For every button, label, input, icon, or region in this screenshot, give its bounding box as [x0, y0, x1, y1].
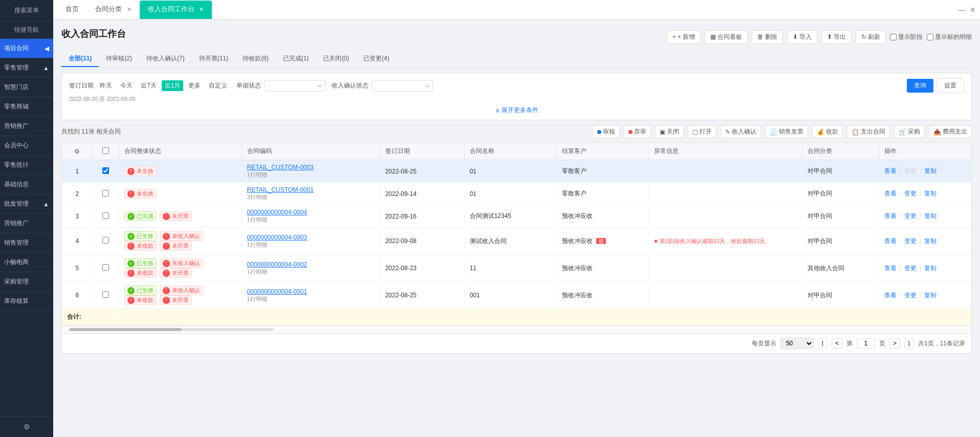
row-check[interactable] — [93, 282, 119, 309]
date-yesterday[interactable]: 昨天 — [97, 80, 115, 91]
audit-button[interactable]: 审核 — [593, 125, 620, 138]
th-check[interactable] — [93, 143, 119, 160]
expense-out-button[interactable]: 📋 支出合同 — [847, 125, 890, 138]
select-all-checkbox[interactable] — [102, 147, 109, 154]
filter-tab-changed[interactable]: 已变更(4) — [356, 51, 397, 67]
sidebar-item-marketing[interactable]: 营销推广 — [0, 117, 53, 136]
filter-tab-closed[interactable]: 已关闭(0) — [316, 51, 356, 67]
contract-link[interactable]: RETAIL_CUSTOM-0003 — [247, 164, 314, 171]
fee-out-button[interactable]: 📤 费用支出 — [929, 125, 972, 138]
row-check[interactable] — [93, 183, 119, 205]
filter-tab-all[interactable]: 全部(11) — [61, 51, 99, 67]
contract-link[interactable]: 0000000000004-0001 — [247, 288, 307, 295]
row-check[interactable] — [93, 228, 119, 255]
first-page-button[interactable]: ⟨ — [818, 338, 827, 348]
sidebar-item-inventory[interactable]: 库存核算 — [0, 292, 53, 311]
sidebar-item-marketing2[interactable]: 营销推广 — [0, 214, 53, 233]
doc-status-select[interactable] — [264, 80, 325, 92]
copy-link[interactable]: 复制 — [924, 189, 937, 198]
contract-link[interactable]: RETAIL_CUSTOM-0001 — [247, 186, 314, 193]
copy-link[interactable]: 复制 — [924, 167, 937, 176]
import-button[interactable]: ⬇ 导入 — [787, 30, 817, 44]
view-link[interactable]: 查看 — [884, 189, 897, 198]
contract-link[interactable]: 0000000000004-0002 — [247, 261, 307, 268]
tab-income-contract[interactable]: 收入合同工作台 ✕ — [140, 1, 212, 19]
sidebar-item-basic-info[interactable]: 基础信息 — [0, 175, 53, 194]
view-link[interactable]: 查看 — [884, 264, 897, 273]
sidebar-item-xiaochangecom[interactable]: 小畅电商 — [0, 253, 53, 272]
page-size-select[interactable]: 50 100 — [780, 338, 814, 349]
settings-icon[interactable]: ⚙ — [74, 148, 80, 155]
change-link[interactable]: 变更 — [904, 237, 917, 246]
change-link[interactable]: 变更 — [904, 212, 917, 221]
date-more[interactable]: 更多 — [185, 80, 204, 91]
sidebar-item-retail-mgmt[interactable]: 零售管理 ▲ — [0, 58, 53, 78]
window-close-button[interactable]: ✕ — [970, 6, 976, 14]
add-button[interactable]: + + 新增 — [667, 30, 701, 44]
sidebar-item-project[interactable]: 项目合同 ◀ — [0, 39, 53, 58]
view-link[interactable]: 查看 — [884, 167, 897, 176]
tab-contract-category[interactable]: 合同分类 ✕ — [87, 1, 140, 19]
sidebar-item-retail-ecom[interactable]: 零售商城 — [0, 97, 53, 117]
filter-tab-pending-invoice[interactable]: 待开票(11) — [192, 51, 235, 67]
scroll-indicator[interactable] — [69, 328, 182, 331]
row-check[interactable] — [93, 160, 119, 183]
tab-home[interactable]: 首页 — [57, 1, 87, 19]
query-button[interactable]: 查询 — [907, 79, 933, 93]
contract-link[interactable]: 0000000000004-0004 — [247, 209, 307, 216]
abandon-audit-button[interactable]: 弃审 — [624, 125, 651, 138]
filter-tab-pending-review[interactable]: 待审核(2) — [99, 51, 139, 67]
copy-link[interactable]: 复制 — [924, 291, 937, 300]
sidebar-item-smart-store[interactable]: 智慧门店 — [0, 78, 53, 97]
sidebar-item-retail-stats[interactable]: 零售统计 — [0, 156, 53, 175]
sidebar-search[interactable]: 搜索菜单 — [0, 0, 53, 21]
filter-tab-completed[interactable]: 已完成(1) — [276, 51, 316, 67]
expand-more-btn[interactable]: ∨ 展开更多条件 — [495, 106, 538, 115]
tab-contract-category-close[interactable]: ✕ — [127, 6, 132, 12]
prev-page-button[interactable]: < — [832, 338, 842, 348]
refresh-button[interactable]: ↻ 刷新 — [856, 30, 886, 44]
search-setting-button[interactable]: 设置 — [937, 78, 964, 93]
sidebar-item-wholesale-mgmt[interactable]: 批发管理 ▲ — [0, 194, 53, 214]
copy-link[interactable]: 复制 — [924, 212, 937, 221]
last-page-button[interactable]: ⟩ — [904, 338, 914, 348]
view-link[interactable]: 查看 — [884, 291, 897, 300]
sidebar-item-sales-mgmt[interactable]: 销售管理 — [0, 233, 53, 253]
delete-button[interactable]: 🗑 删除 — [752, 30, 783, 44]
date-today[interactable]: 今天 — [117, 80, 136, 91]
payment-button[interactable]: 💰 收款 — [812, 125, 843, 138]
sidebar-quick-nav[interactable]: 快捷导航 — [0, 21, 53, 39]
income-confirm-select[interactable] — [372, 80, 433, 92]
sidebar-settings-button[interactable]: ⚙ — [0, 416, 53, 437]
row-check[interactable] — [93, 205, 119, 228]
date-last1month[interactable]: 近1月 — [162, 80, 184, 91]
next-page-button[interactable]: > — [889, 338, 900, 348]
change-link[interactable]: 变更 — [904, 264, 917, 273]
filter-tab-pending-payment[interactable]: 待收款(8) — [235, 51, 276, 67]
sidebar-item-member[interactable]: 会员中心 — [0, 136, 53, 156]
purchase-button[interactable]: 🛒 采购 — [894, 125, 925, 138]
view-link[interactable]: 查看 — [884, 237, 897, 246]
view-link[interactable]: 查看 — [884, 212, 897, 221]
contract-board-button[interactable]: ▦ 合同看板 — [705, 30, 748, 44]
export-button[interactable]: ⬆ 导出 — [821, 30, 852, 44]
change-link[interactable]: 变更 — [904, 291, 917, 300]
sales-invoice-button[interactable]: 🧾 销售发票 — [765, 125, 808, 138]
change-link[interactable]: 变更 — [904, 189, 917, 198]
show-marks-checkbox[interactable]: 显示标的明细 — [927, 33, 972, 41]
date-custom[interactable]: 自定义 — [206, 80, 230, 91]
show-fields-checkbox[interactable]: 显示阶段 — [890, 33, 923, 41]
copy-link[interactable]: 复制 — [924, 264, 937, 273]
window-minimize-button[interactable]: — — [959, 6, 966, 14]
sidebar-item-purchase-mgmt[interactable]: 采购管理 — [0, 272, 53, 292]
open-contract-button[interactable]: ▢ 打开 — [688, 125, 716, 138]
contract-link[interactable]: 0000000000004-0003 — [247, 234, 307, 241]
income-confirm-button[interactable]: ✎ 收入确认 — [721, 125, 761, 138]
row-check[interactable] — [93, 255, 119, 282]
close-contract-button[interactable]: ▣ 关闭 — [655, 125, 684, 138]
filter-tab-pending-confirm[interactable]: 待收入确认(7) — [139, 51, 192, 67]
copy-link[interactable]: 复制 — [924, 237, 937, 246]
date-last7days[interactable]: 近7天 — [138, 80, 160, 91]
tab-income-contract-close[interactable]: ✕ — [199, 6, 204, 12]
page-number-input[interactable] — [857, 338, 875, 348]
